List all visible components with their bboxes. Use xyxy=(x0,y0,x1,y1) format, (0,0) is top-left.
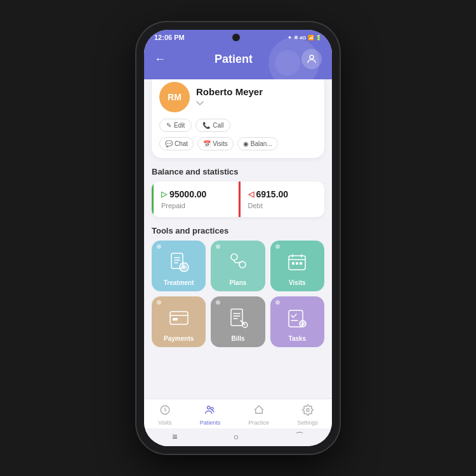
bills-label: Bills xyxy=(216,335,260,342)
nav-patients[interactable]: Patients xyxy=(200,404,221,426)
debt-label: Debt xyxy=(248,202,317,209)
bills-icon xyxy=(225,305,251,331)
nav-settings[interactable]: Settings xyxy=(297,404,318,426)
svg-point-17 xyxy=(211,407,213,410)
header: ← Patient xyxy=(144,44,332,79)
back-gesture-icon[interactable]: ⌒ xyxy=(295,431,304,442)
visits-label: Visits xyxy=(213,140,228,147)
tool-payments[interactable]: Payments xyxy=(152,296,206,347)
profile-icon-button[interactable] xyxy=(301,49,322,69)
svg-point-14 xyxy=(300,321,306,327)
svg-point-18 xyxy=(306,409,309,412)
visits-icon-area xyxy=(275,247,319,277)
svg-point-16 xyxy=(208,406,211,409)
visits-tab[interactable]: 📅 Visits xyxy=(197,137,234,150)
balance-tab-label: Balan... xyxy=(251,140,272,147)
edit-button[interactable]: ✎ Edit xyxy=(159,119,192,132)
svg-rect-6 xyxy=(292,262,294,265)
svg-rect-10 xyxy=(173,318,178,321)
svg-rect-11 xyxy=(231,309,242,326)
tool-bills[interactable]: Bills xyxy=(211,296,265,347)
tools-section-title: Tools and practices xyxy=(152,226,324,235)
debt-amount: ◁ 6915.00 xyxy=(248,189,317,199)
tool-treatment[interactable]: Treatment xyxy=(152,241,206,291)
home-bar: ≡ ○ ⌒ xyxy=(144,428,332,446)
content-area: RM Roberto Meyer ✎ Edit 📞 xyxy=(144,79,332,399)
payments-icon xyxy=(166,305,192,331)
nav-practice[interactable]: Practice xyxy=(249,404,270,426)
dot xyxy=(275,300,280,305)
expand-icon xyxy=(196,101,204,106)
nav-visits[interactable]: Visits xyxy=(158,404,171,426)
back-button[interactable]: ← xyxy=(154,53,166,66)
balance-tab[interactable]: ◉ Balan... xyxy=(237,137,278,150)
practice-nav-icon xyxy=(253,404,265,418)
prepaid-item: ▷ 95000.00 Prepaid xyxy=(152,182,239,217)
tools-grid: Treatment Plans xyxy=(152,241,324,347)
menu-icon: ≡ xyxy=(172,432,177,442)
tab-row: 💬 Chat 📅 Visits ◉ Balan... xyxy=(159,137,317,150)
prepaid-icon: ▷ xyxy=(161,190,167,199)
treatment-icon xyxy=(166,249,192,275)
patient-card: RM Roberto Meyer ✎ Edit 📞 xyxy=(152,79,324,158)
svg-rect-9 xyxy=(170,312,188,324)
camera-notch xyxy=(232,34,240,41)
balance-card: ▷ 95000.00 Prepaid ◁ 6915.00 Debt xyxy=(152,182,324,217)
visits-nav-icon xyxy=(159,404,171,418)
tasks-icon-area xyxy=(275,303,319,333)
nav-practice-label: Practice xyxy=(249,420,270,426)
svg-point-3 xyxy=(231,254,237,260)
nav-visits-label: Visits xyxy=(158,420,171,426)
payments-icon-area xyxy=(157,303,201,333)
dot xyxy=(157,244,161,249)
page-title: Patient xyxy=(215,53,253,66)
edit-label: Edit xyxy=(174,122,185,129)
patient-name: Roberto Meyer xyxy=(196,86,263,97)
settings-nav-icon xyxy=(302,404,314,418)
prepaid-label: Prepaid xyxy=(161,202,230,209)
treatment-label: Treatment xyxy=(157,279,201,286)
payments-label: Payments xyxy=(157,335,201,342)
bottom-nav: Visits Patients Practice xyxy=(144,399,332,428)
phone-screen: 12:06 PM ✦ ❊ 4G 📶 🔋 ← Patient RM xyxy=(144,30,332,446)
tool-visits[interactable]: Visits xyxy=(270,241,324,291)
svg-rect-7 xyxy=(296,262,298,265)
dot xyxy=(275,244,280,249)
status-time: 12:06 PM xyxy=(154,34,185,41)
treatment-icon-area xyxy=(157,247,201,277)
debt-item: ◁ 6915.00 Debt xyxy=(239,182,325,217)
visits-label: Visits xyxy=(275,279,319,286)
nav-patients-label: Patients xyxy=(200,420,221,426)
tool-tasks[interactable]: Tasks xyxy=(270,296,324,347)
plans-icon-area xyxy=(216,247,260,277)
tasks-label: Tasks xyxy=(275,335,319,342)
debt-icon: ◁ xyxy=(248,190,254,199)
dot xyxy=(157,300,161,305)
tool-plans[interactable]: Plans xyxy=(211,241,265,291)
chat-label: Chat xyxy=(175,140,188,147)
tasks-icon xyxy=(284,305,310,331)
home-icon[interactable]: ○ xyxy=(234,432,239,442)
nav-settings-label: Settings xyxy=(297,420,318,426)
bills-icon-area xyxy=(216,303,260,333)
plans-label: Plans xyxy=(216,279,260,286)
visits-icon xyxy=(284,249,310,275)
svg-rect-8 xyxy=(300,262,302,265)
call-label: Call xyxy=(213,122,223,129)
action-row: ✎ Edit 📞 Call xyxy=(159,119,317,132)
phone-shell: 12:06 PM ✦ ❊ 4G 📶 🔋 ← Patient RM xyxy=(136,22,340,454)
plans-icon xyxy=(225,249,251,275)
call-button[interactable]: 📞 Call xyxy=(195,119,230,132)
svg-point-0 xyxy=(310,55,314,59)
balance-section-title: Balance and statistics xyxy=(152,167,324,176)
prepaid-amount: ▷ 95000.00 xyxy=(161,189,230,199)
chat-tab[interactable]: 💬 Chat xyxy=(159,137,194,150)
patients-nav-icon xyxy=(204,404,216,418)
avatar: RM xyxy=(159,82,190,112)
